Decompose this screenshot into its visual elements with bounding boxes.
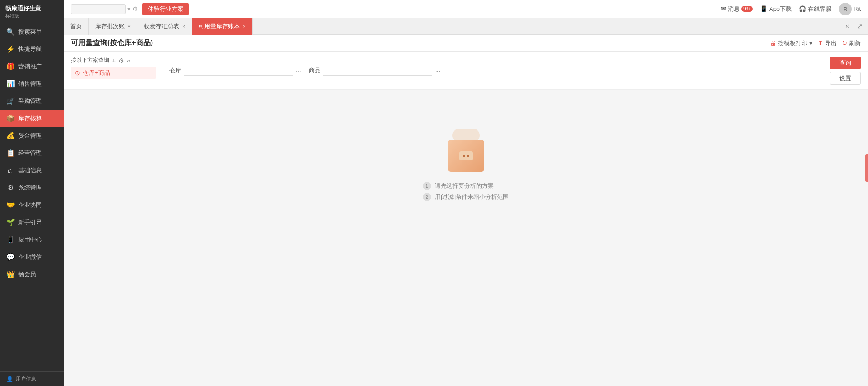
tabs-right-controls: × ⤢ — [840, 21, 868, 31]
sidebar-item-search-label: 搜索菜单 — [18, 28, 42, 36]
empty-hint-2: 2 用[过滤]条件来缩小分析范围 — [423, 193, 509, 201]
tab-batch-ledger-close[interactable]: × — [127, 23, 131, 30]
sidebar: 畅康通好生意 标准版 🔍 搜索菜单 ⚡ 快捷导航 🎁 营销推广 📊 销售管理 🛒… — [0, 0, 64, 386]
scheme-settings-button[interactable]: ⚙ — [118, 57, 124, 64]
search-icon: 🔍 — [6, 28, 15, 36]
topbar: ▾ ⚙ 体验行业方案 ✉ 消息 99+ 📱 App下载 🎧 在线客服 R — [64, 0, 868, 18]
goods-more-btn[interactable]: ··· — [435, 67, 441, 74]
tab-home[interactable]: 首页 — [64, 18, 89, 35]
user-avatar-area[interactable]: R Rit — [839, 3, 861, 15]
collapse-button[interactable]: « — [127, 57, 131, 64]
sidebar-item-vip-label: 畅会员 — [18, 270, 36, 278]
messages-button[interactable]: ✉ 消息 99+ — [721, 5, 753, 13]
sidebar-item-finance[interactable]: 💰 资金管理 — [0, 127, 64, 144]
sidebar-item-system-label: 系统管理 — [18, 184, 42, 192]
sidebar-item-search[interactable]: 🔍 搜索菜单 — [0, 23, 64, 41]
sidebar-item-operation-label: 经营管理 — [18, 149, 42, 157]
export-button[interactable]: ⬆ 导出 — [818, 39, 837, 47]
sidebar-item-enterprise[interactable]: 🤝 企业协同 — [0, 196, 64, 214]
page-title: 可用量查询(按仓库+商品) — [71, 38, 153, 48]
refresh-button[interactable]: ↻ 刷新 — [842, 39, 861, 47]
tab-batch-ledger-label: 库存批次账 — [95, 22, 125, 31]
tab-available-ledger[interactable]: 可用量库存账本 × — [192, 18, 253, 35]
sidebar-item-wechat[interactable]: 💬 企业微信 — [0, 248, 64, 266]
warehouse-label: 仓库 — [169, 67, 181, 75]
empty-eye-right — [467, 155, 469, 157]
sidebar-item-marketing-label: 营销推广 — [18, 62, 42, 71]
scheme-warehouse-goods[interactable]: ⊙ 仓库+商品 — [71, 67, 156, 79]
page-title-actions: 🖨 按模板打印 ▾ ⬆ 导出 ↻ 刷新 — [770, 39, 861, 47]
empty-hint-1: 1 请先选择要分析的方案 — [423, 182, 509, 190]
tab-close-btn[interactable]: × — [843, 21, 851, 31]
sidebar-item-appstore[interactable]: 📱 应用中心 — [0, 231, 64, 248]
sidebar-item-marketing[interactable]: 🎁 营销推广 — [0, 58, 64, 75]
tab-expand-btn[interactable]: ⤢ — [855, 21, 864, 31]
print-label: 按模板打印 — [778, 39, 807, 47]
scheme-header: 按以下方案查询 + ⚙ « — [71, 57, 156, 64]
sidebar-item-newbie[interactable]: 🌱 新手引导 — [0, 214, 64, 231]
sidebar-item-operation[interactable]: 📋 经营管理 — [0, 144, 64, 162]
sidebar-item-basic[interactable]: 🗂 基础信息 — [0, 162, 64, 179]
topbar-settings-icon[interactable]: ⚙ — [132, 5, 138, 12]
refresh-label: 刷新 — [849, 39, 861, 47]
settings-button[interactable]: 设置 — [830, 72, 861, 85]
industry-solution-button[interactable]: 体验行业方案 — [142, 3, 189, 15]
hint-num-2: 2 — [423, 193, 431, 201]
appstore-icon: 📱 — [6, 236, 15, 244]
warehouse-input[interactable] — [184, 66, 293, 76]
scheme-panel: 按以下方案查询 + ⚙ « ⊙ 仓库+商品 — [71, 57, 162, 79]
tab-recv-summary-close[interactable]: × — [182, 23, 185, 30]
scheme-header-label: 按以下方案查询 — [71, 57, 109, 64]
sidebar-item-vip[interactable]: 👑 畅会员 — [0, 266, 64, 283]
scheme-icon: ⊙ — [75, 69, 80, 77]
wechat-icon: 💬 — [6, 253, 15, 261]
sidebar-item-shortcut[interactable]: ⚡ 快捷导航 — [0, 41, 64, 58]
tab-bar: 首页 库存批次账 × 收发存汇总表 × 可用量库存账本 × × ⤢ — [64, 18, 868, 35]
tab-available-ledger-close[interactable]: × — [243, 23, 246, 30]
system-icon: ⚙ — [6, 184, 15, 192]
search-input[interactable] — [71, 4, 126, 14]
enterprise-icon: 🤝 — [6, 201, 15, 209]
sidebar-item-purchase[interactable]: 🛒 采购管理 — [0, 93, 64, 110]
hint-num-1: 1 — [423, 182, 431, 190]
query-button[interactable]: 查询 — [830, 57, 861, 69]
sidebar-item-sales[interactable]: 📊 销售管理 — [0, 75, 64, 93]
export-label: 导出 — [825, 39, 837, 47]
app-download-button[interactable]: 📱 App下载 — [760, 5, 792, 13]
purchase-icon: 🛒 — [6, 97, 15, 105]
empty-box — [448, 140, 484, 172]
empty-eye-left — [463, 155, 465, 157]
tab-recv-summary[interactable]: 收发存汇总表 × — [137, 18, 192, 35]
empty-hints: 1 请先选择要分析的方案 2 用[过滤]条件来缩小分析范围 — [423, 182, 509, 201]
sidebar-item-basic-label: 基础信息 — [18, 166, 42, 175]
vip-icon: 👑 — [6, 270, 15, 278]
sidebar-item-finance-label: 资金管理 — [18, 132, 42, 140]
export-icon: ⬆ — [818, 40, 823, 46]
sidebar-item-inventory[interactable]: 📦 库存核算 — [0, 110, 64, 127]
sidebar-item-wechat-label: 企业微信 — [18, 253, 42, 261]
add-scheme-button[interactable]: + — [112, 57, 116, 64]
messages-badge: 99+ — [741, 6, 753, 12]
sidebar-item-enterprise-label: 企业协同 — [18, 201, 42, 209]
sidebar-item-sales-label: 销售管理 — [18, 80, 42, 88]
main-area: ▾ ⚙ 体验行业方案 ✉ 消息 99+ 📱 App下载 🎧 在线客服 R — [64, 0, 868, 386]
online-service-button[interactable]: 🎧 在线客服 — [799, 5, 832, 13]
print-icon: 🖨 — [770, 40, 776, 46]
filter-fields: 仓库 ··· 商品 ··· 查询 设置 — [162, 57, 861, 85]
topbar-dropdown-icon[interactable]: ▾ — [127, 5, 131, 12]
print-dropdown-icon[interactable]: ▾ — [809, 40, 812, 46]
hint-text-1: 请先选择要分析的方案 — [435, 182, 494, 190]
goods-input[interactable] — [323, 66, 432, 76]
operation-icon: 📋 — [6, 149, 15, 157]
tab-batch-ledger[interactable]: 库存批次账 × — [89, 18, 137, 35]
empty-illustration — [439, 126, 493, 172]
sidebar-item-inventory-label: 库存核算 — [18, 114, 42, 123]
sidebar-user[interactable]: 👤 用户信息 — [0, 371, 64, 386]
sidebar-item-system[interactable]: ⚙ 系统管理 — [0, 179, 64, 196]
print-button[interactable]: 🖨 按模板打印 ▾ — [770, 39, 812, 47]
scroll-indicator — [865, 154, 868, 182]
hint-text-2: 用[过滤]条件来缩小分析范围 — [435, 193, 509, 201]
tab-recv-summary-label: 收发存汇总表 — [144, 22, 179, 31]
warehouse-more-btn[interactable]: ··· — [296, 67, 301, 74]
sidebar-username: 用户信息 — [16, 376, 36, 382]
